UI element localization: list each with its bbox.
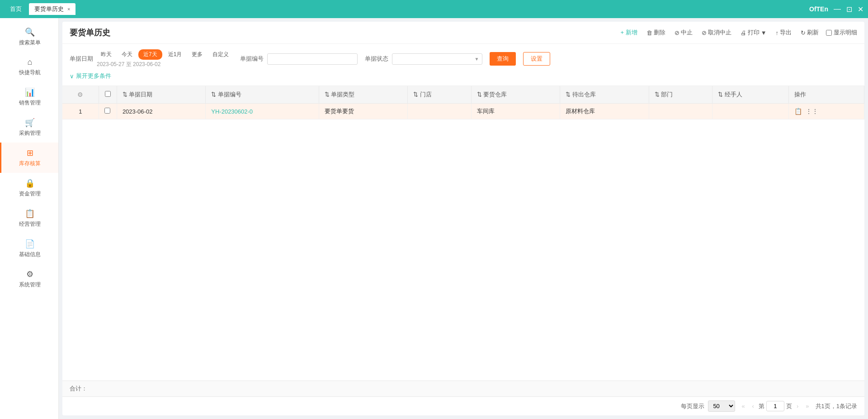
col-number: ⇅ 单据编号 — [206, 86, 319, 104]
minimize-icon[interactable]: — — [834, 5, 841, 13]
status-select-wrapper — [392, 53, 482, 65]
page-title: 要货单历史 — [70, 27, 618, 38]
select-all-checkbox[interactable] — [105, 91, 111, 97]
col-department: ⇅ 部门 — [649, 86, 712, 104]
date-btn-custom[interactable]: 自定义 — [208, 49, 233, 60]
filter-row: 单据日期 昨天 今天 近7天 近1月 更多 自定义 2023-05-27 至 2… — [70, 49, 857, 68]
tab-close-icon[interactable]: × — [67, 6, 70, 12]
sidebar-item-system[interactable]: ⚙ 系统管理 — [0, 264, 58, 294]
page-input[interactable] — [766, 401, 784, 411]
filter-area: 单据日期 昨天 今天 近7天 近1月 更多 自定义 2023-05-27 至 2… — [62, 44, 864, 86]
sidebar-item-finance[interactable]: 🔒 资金管理 — [0, 173, 58, 203]
expand-more-label: 展开更多条件 — [76, 72, 111, 80]
delete-button[interactable]: 🗑 删除 — [645, 27, 667, 38]
print-dropdown-icon: ▼ — [761, 29, 767, 36]
last-page-btn[interactable]: » — [803, 402, 811, 410]
status-select[interactable] — [392, 53, 482, 65]
page-size-select[interactable]: 10 20 50 100 — [708, 400, 735, 412]
sidebar-item-system-label: 系统管理 — [19, 281, 41, 289]
table-row: 1 2023-06-02 YH-20230602-0 要货单要货 车间库 原材料… — [62, 104, 864, 119]
purchase-icon: 🛒 — [25, 118, 35, 128]
inventory-icon: ⊞ — [27, 148, 33, 158]
tab-home[interactable]: 首页 — [5, 3, 27, 15]
sidebar-item-operations-label: 经营管理 — [19, 220, 41, 228]
sidebar-item-finance-label: 资金管理 — [19, 190, 41, 198]
display-detail-checkbox[interactable] — [826, 30, 832, 36]
col-settings: ⚙ — [62, 86, 99, 104]
cancel-stop-icon: ⊘ — [702, 29, 707, 36]
row-select-checkbox[interactable] — [104, 108, 110, 114]
row-edit-icon[interactable]: 📋 — [794, 108, 802, 115]
content-area: 要货单历史 + 新增 🗑 删除 ⊘ 中止 ⊘ 取消中止 🖨 打印 — [62, 22, 864, 415]
row-req-warehouse: 车间库 — [471, 104, 560, 119]
row-department — [649, 104, 712, 119]
sidebar-item-basic[interactable]: 📄 基础信息 — [0, 233, 58, 264]
settings-button[interactable]: 设置 — [523, 52, 550, 66]
sidebar-item-inventory-label: 库存核算 — [19, 160, 41, 167]
date-btn-7days[interactable]: 近7天 — [138, 49, 162, 60]
col-store-label: ⇅ 门店 — [413, 91, 432, 98]
main-layout: 🔍 搜索菜单 ⌂ 快捷导航 📊 销售管理 🛒 采购管理 ⊞ 库存核算 🔒 资金管… — [0, 18, 868, 419]
date-btn-today[interactable]: 今天 — [118, 49, 137, 60]
first-page-btn[interactable]: « — [739, 402, 747, 410]
stop-button[interactable]: ⊘ 中止 — [673, 27, 694, 38]
row-pending-warehouse: 原材料仓库 — [560, 104, 649, 119]
add-button[interactable]: + 新增 — [618, 27, 639, 38]
sidebar-item-basic-label: 基础信息 — [19, 251, 41, 258]
sidebar-item-inventory[interactable]: ⊞ 库存核算 — [0, 143, 58, 173]
col-actions: 操作 — [788, 86, 864, 104]
action-btns: 📋 ⋮⋮ — [794, 108, 859, 115]
print-button[interactable]: 🖨 打印 ▼ — [739, 27, 769, 38]
row-actions: 📋 ⋮⋮ — [788, 104, 864, 119]
query-button[interactable]: 查询 — [490, 52, 516, 66]
top-bar: 首页 要货单历史 × OfTEn — ⊡ ✕ — [0, 0, 868, 18]
col-date-label: ⇅ 单据日期 — [123, 91, 153, 98]
sidebar-item-purchase[interactable]: 🛒 采购管理 — [0, 112, 58, 143]
sales-icon: 📊 — [25, 87, 35, 97]
toolbar: + 新增 🗑 删除 ⊘ 中止 ⊘ 取消中止 🖨 打印 ▼ — [618, 27, 857, 38]
basic-icon: 📄 — [25, 239, 35, 249]
col-store: ⇅ 门店 — [408, 86, 472, 104]
table-footer: 合计： — [62, 381, 864, 396]
expand-more-btn[interactable]: ∨ 展开更多条件 — [70, 72, 857, 80]
sidebar-item-quicknav-label: 快捷导航 — [19, 69, 41, 76]
refresh-button[interactable]: ↻ 刷新 — [799, 27, 821, 38]
order-no-filter-group: 单据编号 — [240, 53, 358, 65]
system-icon: ⚙ — [26, 269, 33, 279]
display-detail-toggle[interactable]: 显示明细 — [826, 29, 857, 37]
sidebar-item-search-label: 搜索菜单 — [19, 39, 41, 47]
restore-icon[interactable]: ⊡ — [846, 5, 852, 14]
page-label-post: 页 — [786, 402, 792, 410]
date-btn-1month[interactable]: 近1月 — [164, 49, 186, 60]
date-range-text: 2023-05-27 至 2023-06-02 — [97, 61, 233, 68]
stop-label: 中止 — [681, 29, 693, 37]
date-btn-yesterday[interactable]: 昨天 — [97, 49, 116, 60]
tab-active[interactable]: 要货单历史 × — [29, 3, 75, 15]
date-btn-more[interactable]: 更多 — [188, 49, 207, 60]
refresh-icon: ↻ — [801, 29, 806, 36]
sidebar-item-quicknav[interactable]: ⌂ 快捷导航 — [0, 52, 58, 82]
sidebar-item-search[interactable]: 🔍 搜索菜单 — [0, 22, 58, 52]
col-pending-warehouse-label: ⇅ 待出仓库 — [566, 91, 596, 98]
cancel-stop-button[interactable]: ⊘ 取消中止 — [700, 27, 733, 38]
col-pending-warehouse: ⇅ 待出仓库 — [560, 86, 649, 104]
sidebar-item-operations[interactable]: 📋 经营管理 — [0, 203, 58, 233]
summary-label: 合计： — [70, 385, 87, 393]
sidebar-item-sales[interactable]: 📊 销售管理 — [0, 82, 58, 112]
next-page-btn[interactable]: › — [794, 402, 801, 410]
search-menu-icon: 🔍 — [25, 27, 35, 37]
row-more-icon[interactable]: ⋮⋮ — [806, 108, 818, 115]
stop-icon: ⊘ — [675, 29, 679, 36]
export-button[interactable]: ↑ 导出 — [774, 27, 794, 38]
table-settings-icon[interactable]: ⚙ — [77, 91, 83, 98]
row-number-link[interactable]: YH-20230602-0 — [211, 108, 253, 115]
close-icon[interactable]: ✕ — [858, 5, 863, 14]
prev-page-btn[interactable]: ‹ — [750, 402, 757, 410]
export-icon: ↑ — [776, 29, 779, 36]
order-no-input[interactable] — [267, 53, 358, 65]
home-icon: ⌂ — [28, 57, 33, 67]
col-date: ⇅ 单据日期 — [117, 86, 205, 104]
date-filter-btns: 昨天 今天 近7天 近1月 更多 自定义 2023-05-27 至 2023-0… — [97, 49, 233, 68]
pagination: 每页显示 10 20 50 100 « ‹ 第 页 › » 共1页，1条记录 — [62, 396, 864, 415]
row-date: 2023-06-02 — [117, 104, 205, 119]
